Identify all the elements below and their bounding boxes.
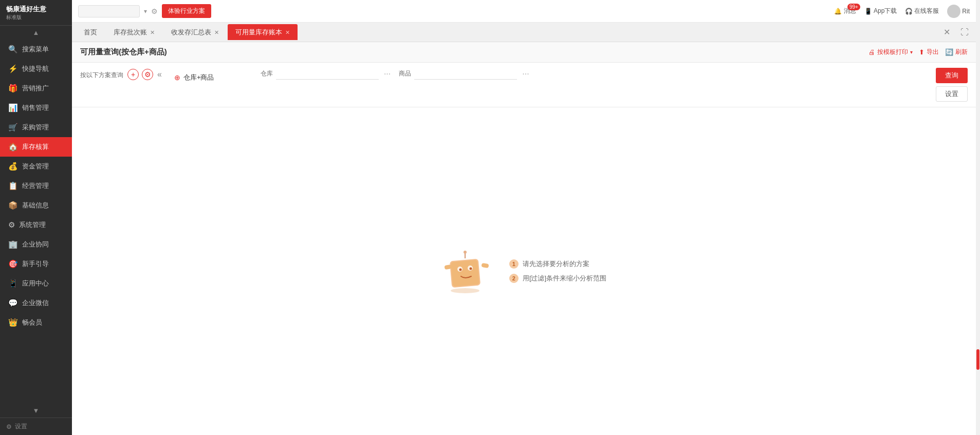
sidebar-item-label: 畅会员: [22, 318, 42, 327]
sidebar-item-label: 应用中心: [22, 279, 49, 288]
notification-bell-icon: 🔔: [834, 8, 842, 15]
sidebar-item-enterprise[interactable]: 🏢 企业协同: [0, 235, 72, 254]
sidebar-item-sales[interactable]: 📊 销售管理: [0, 98, 72, 118]
operations-icon: 📋: [8, 181, 18, 191]
app-download-label: App下载: [874, 7, 897, 15]
inventory-icon: 🏠: [8, 142, 18, 152]
right-scrollbar[interactable]: [976, 0, 980, 435]
tab-available-stock-label: 可用量库存账本: [235, 28, 282, 37]
online-service-link[interactable]: 🎧 在线客服: [905, 7, 939, 15]
main-content: ▾ ⚙ 体验行业方案 🔔 消息 99+ 📱 App下载 🎧 在线客服 Rit: [72, 0, 976, 435]
user-menu[interactable]: Rit: [947, 5, 970, 18]
topbar-search-input[interactable]: [78, 5, 140, 17]
print-icon: 🖨: [868, 48, 875, 56]
tabbar: 首页 库存批次账 ✕ 收发存汇总表 ✕ 可用量库存账本 ✕ ✕ ⛶: [72, 23, 976, 42]
sidebar-item-label: 资金管理: [22, 162, 49, 171]
filter-area: 按以下方案查询 + ⚙ « ⊕ 仓库+商品 仓库 ··· 商品 ·: [72, 63, 976, 107]
sidebar-item-operations[interactable]: 📋 经营管理: [0, 176, 72, 196]
sidebar-scroll-up[interactable]: ▲: [0, 26, 72, 40]
sales-icon: 📊: [8, 103, 18, 112]
tab-expand-button[interactable]: ⛶: [957, 27, 972, 38]
settings-button[interactable]: 设置: [936, 86, 968, 102]
page-header: 可用量查询(按仓库+商品) 🖨 按模板打印 ▾ ⬆ 导出 🔄 刷新: [72, 42, 976, 63]
svg-point-7: [464, 251, 467, 254]
sidebar-item-finance[interactable]: 💰 资金管理: [0, 157, 72, 176]
filter-field-goods: 商品 ···: [399, 68, 531, 80]
scheme-icon: ⊕: [174, 73, 180, 82]
sidebar-item-label: 采购管理: [22, 123, 49, 132]
enterprise-icon: 🏢: [8, 240, 18, 249]
tab-home-label: 首页: [84, 28, 97, 37]
goods-input[interactable]: [414, 68, 517, 80]
tab-close-button[interactable]: ✕: [940, 26, 953, 38]
empty-robot-svg: [441, 245, 493, 297]
sidebar-scroll-down[interactable]: ▼: [0, 404, 72, 418]
export-button[interactable]: ⬆ 导出: [919, 48, 939, 56]
warehouse-input[interactable]: [276, 68, 379, 80]
export-icon: ⬆: [919, 48, 924, 56]
empty-illustration: [441, 245, 493, 297]
filter-collapse-button[interactable]: «: [157, 68, 162, 79]
sidebar-item-label: 销售管理: [22, 103, 49, 112]
tab-batch-account-label: 库存批次账: [114, 28, 147, 37]
sidebar-item-wechat[interactable]: 💬 企业微信: [0, 293, 72, 313]
headset-icon: 🎧: [905, 8, 913, 15]
sidebar-item-basic-info[interactable]: 📦 基础信息: [0, 196, 72, 215]
content-area: 1 请先选择要分析的方案 2 用[过滤]条件来缩小分析范围: [72, 107, 976, 435]
refresh-button[interactable]: 🔄 刷新: [945, 48, 968, 56]
print-button[interactable]: 🖨 按模板打印 ▾: [868, 48, 913, 56]
sidebar-item-marketing[interactable]: 🎁 营销推广: [0, 79, 72, 98]
goods-more-icon[interactable]: ···: [520, 69, 531, 79]
tab-batch-account-close[interactable]: ✕: [150, 29, 155, 36]
query-button[interactable]: 查询: [936, 68, 968, 83]
sidebar-item-label: 基础信息: [22, 201, 49, 210]
tab-home[interactable]: 首页: [76, 24, 105, 40]
sidebar-item-app-center[interactable]: 📱 应用中心: [0, 274, 72, 293]
tab-available-stock[interactable]: 可用量库存账本 ✕: [228, 24, 298, 40]
filter-settings-button[interactable]: ⚙: [142, 69, 153, 80]
quick-nav-icon: ⚡: [8, 64, 18, 73]
empty-tip-1: 1 请先选择要分析的方案: [509, 259, 606, 269]
print-dropdown-icon[interactable]: ▾: [910, 49, 913, 55]
search-icon: 🔍: [8, 45, 18, 54]
tab-available-stock-close[interactable]: ✕: [285, 29, 290, 36]
sidebar-item-system[interactable]: ⚙ 系统管理: [0, 215, 72, 235]
sidebar-item-quick-nav[interactable]: ⚡ 快捷导航: [0, 59, 72, 79]
scheme-list: ⊕ 仓库+商品: [168, 68, 261, 87]
industry-solution-button[interactable]: 体验行业方案: [162, 4, 211, 18]
basic-info-icon: 📦: [8, 201, 18, 210]
logo-sub: 标准版: [6, 14, 66, 21]
query-buttons: 查询 设置: [936, 68, 968, 102]
warehouse-label: 仓库: [261, 69, 273, 78]
tip-num-1: 1: [509, 259, 519, 269]
sidebar-item-inventory[interactable]: 🏠 库存核算: [0, 137, 72, 157]
filter-actions: + ⚙: [127, 68, 153, 80]
filter-row-warehouse: 仓库 ··· 商品 ···: [261, 68, 928, 80]
warehouse-more-icon[interactable]: ···: [382, 69, 393, 79]
topbar: ▾ ⚙ 体验行业方案 🔔 消息 99+ 📱 App下载 🎧 在线客服 Rit: [72, 0, 976, 23]
sidebar-item-search[interactable]: 🔍 搜索菜单: [0, 40, 72, 59]
notification-button[interactable]: 🔔 消息 99+: [834, 7, 856, 15]
sidebar-menu: 🔍 搜索菜单 ⚡ 快捷导航 🎁 营销推广 📊 销售管理 🛒 采购管理 🏠 库存核…: [0, 40, 72, 404]
sidebar-logo: 畅康通好生意 标准版: [0, 0, 72, 26]
sidebar-item-label: 新手引导: [22, 259, 49, 269]
scheme-item-warehouse-goods[interactable]: ⊕ 仓库+商品: [168, 70, 261, 85]
tab-receipt-summary-label: 收发存汇总表: [171, 28, 211, 37]
notification-badge: 99+: [847, 4, 860, 10]
system-icon: ⚙: [8, 220, 15, 230]
tab-receipt-summary[interactable]: 收发存汇总表 ✕: [163, 24, 227, 40]
topbar-right: 🔔 消息 99+ 📱 App下载 🎧 在线客服 Rit: [834, 5, 970, 18]
sidebar-item-member[interactable]: 👑 畅会员: [0, 313, 72, 332]
tabbar-right: ✕ ⛶: [940, 26, 972, 38]
topbar-dropdown-arrow[interactable]: ▾: [144, 8, 147, 15]
filter-add-button[interactable]: +: [127, 69, 139, 80]
empty-state: 1 请先选择要分析的方案 2 用[过滤]条件来缩小分析范围: [441, 245, 606, 297]
tab-batch-account[interactable]: 库存批次账 ✕: [106, 24, 162, 40]
sidebar-item-purchase[interactable]: 🛒 采购管理: [0, 118, 72, 137]
sidebar-item-label: 企业协同: [22, 240, 49, 249]
topbar-gear-icon[interactable]: ⚙: [151, 7, 158, 15]
tab-receipt-summary-close[interactable]: ✕: [214, 29, 219, 36]
app-download-link[interactable]: 📱 App下载: [864, 7, 897, 15]
page-actions: 🖨 按模板打印 ▾ ⬆ 导出 🔄 刷新: [868, 48, 968, 56]
sidebar-item-guide[interactable]: 🎯 新手引导: [0, 254, 72, 274]
